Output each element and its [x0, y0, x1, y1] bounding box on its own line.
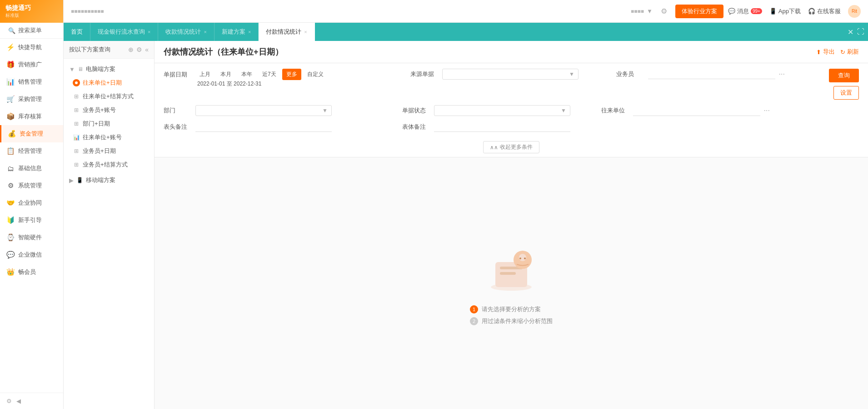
group-arrow-icon: ▼ — [69, 66, 75, 73]
date-opt-this-month[interactable]: 本月 — [216, 69, 235, 80]
sidebar-item-operations[interactable]: 📋 经营管理 — [0, 142, 63, 160]
home-label: 首页 — [71, 28, 83, 36]
scheme-panel: 按以下方案查询 ⊕ ⚙ « ▼ 🖥 电脑端方案 — [64, 41, 155, 409]
avatar[interactable]: Rit — [848, 5, 861, 18]
date-opt-custom[interactable]: 自定义 — [303, 69, 328, 80]
sidebar-item-inventory[interactable]: 📦 库存核算 — [0, 108, 63, 125]
scheme-item-employee-account[interactable]: ⊞ 业务员+账号 — [67, 103, 154, 117]
tab-new-scheme[interactable]: 新建方案 × — [215, 23, 259, 41]
sidebar-label-inventory: 库存核算 — [18, 112, 42, 121]
marketing-icon: 🎁 — [6, 61, 15, 69]
content-area: 按以下方案查询 ⊕ ⚙ « ▼ 🖥 电脑端方案 — [64, 41, 868, 409]
date-opt-last-month[interactable]: 上月 — [195, 69, 215, 80]
empty-tip-2: 2 用过滤条件来缩小分析范围 — [470, 317, 553, 325]
tab-close-bank-flow[interactable]: × — [148, 29, 150, 35]
partner-dots-icon[interactable]: ··· — [764, 106, 770, 115]
filter-dept-col: 部门 ▼ — [164, 105, 402, 116]
body-note-input[interactable] — [434, 121, 570, 132]
scheme-icon-chart: 📊 — [73, 134, 80, 141]
top-header: ■■■■■■■■■■ ■■■■ ▼ ⚙ 体验行业方案 💬 消息 99+ 📱 Ap… — [64, 0, 868, 23]
scheme-item-employee-date[interactable]: ⊞ 业务员+日期 — [67, 144, 154, 158]
tab-bank-flow[interactable]: 现金银行流水查询 × — [90, 23, 158, 41]
sidebar-item-purchase[interactable]: 🛒 采购管理 — [0, 91, 63, 108]
sidebar-item-quick-nav[interactable]: ⚡ 快捷导航 — [0, 39, 63, 56]
empty-area: 1 请先选择要分析的方案 2 用过滤条件来缩小分析范围 — [155, 157, 868, 409]
tab-home[interactable]: 首页 — [64, 23, 90, 41]
sidebar-item-system[interactable]: ⚙ 系统管理 — [0, 177, 63, 194]
sidebar-item-sales[interactable]: 📊 销售管理 — [0, 73, 63, 91]
date-opt-this-year[interactable]: 本年 — [237, 69, 256, 80]
date-opt-7days[interactable]: 近7天 — [258, 69, 280, 80]
sidebar-label-hardware: 智能硬件 — [18, 233, 42, 242]
empty-tip-1: 1 请先选择要分析的方案 — [470, 305, 553, 313]
refresh-button[interactable]: ↻ 刷新 — [840, 48, 859, 56]
search-menu[interactable]: 🔍 搜索菜单 — [0, 23, 63, 39]
filter-status-col: 单据状态 ▼ — [402, 105, 601, 116]
scheme-icon-grid5: ⊞ — [73, 161, 80, 168]
sidebar-item-capital[interactable]: 💰 资金管理 — [0, 125, 63, 142]
sidebar-item-hardware[interactable]: ⌚ 智能硬件 — [0, 229, 63, 246]
sidebar-item-basic-info[interactable]: 🗂 基础信息 — [0, 160, 63, 177]
sidebar-item-wechat[interactable]: 💬 企业微信 — [0, 246, 63, 263]
scheme-icon-grid4: ⊞ — [73, 147, 80, 155]
settings-gear-icon[interactable]: ⚙ — [661, 7, 667, 15]
empty-svg — [484, 242, 539, 296]
app-download-btn[interactable]: 📱 App下载 — [769, 7, 801, 15]
filter-row-3: 表头备注 表体备注 — [164, 121, 859, 132]
sidebar-item-vip[interactable]: 👑 畅会员 — [0, 263, 63, 281]
scheme-item-partner-payment[interactable]: ⊞ 往来单位+结算方式 — [67, 90, 154, 103]
tab-close-receipts[interactable]: × — [204, 29, 206, 35]
operations-icon: 📋 — [6, 147, 15, 155]
tab-payment-stats[interactable]: 付款情况统计 × — [259, 23, 314, 41]
mobile-group-header[interactable]: ▶ 📱 移动端方案 — [64, 173, 154, 187]
employee-dots-icon[interactable]: ··· — [779, 70, 785, 78]
tab-close-new-scheme[interactable]: × — [248, 29, 251, 35]
messages-badge: 99+ — [751, 8, 762, 14]
voucher-status-select[interactable]: ▼ — [434, 105, 570, 116]
scheme-item-partner-account[interactable]: 📊 往来单位+账号 — [67, 131, 154, 144]
collapse-label: 收起更多条件 — [500, 143, 533, 151]
source-select[interactable]: ▼ — [442, 69, 579, 80]
partner-label: 往来单位 — [601, 106, 633, 115]
date-opt-more[interactable]: 更多 — [282, 69, 301, 80]
logo-text: 畅捷通巧 — [5, 4, 31, 12]
trial-button[interactable]: 体验行业方案 — [675, 5, 723, 18]
partner-input[interactable] — [633, 106, 760, 116]
sidebar-item-marketing[interactable]: 🎁 营销推广 — [0, 56, 63, 73]
header-note-input[interactable] — [195, 121, 332, 132]
capital-icon: 💰 — [8, 130, 16, 138]
add-scheme-icon[interactable]: ⊕ — [128, 46, 134, 53]
export-button[interactable]: ⬆ 导出 — [816, 48, 835, 56]
scheme-item-dept-date[interactable]: ⊞ 部门+日期 — [67, 117, 154, 131]
query-button[interactable]: 查询 — [829, 69, 859, 82]
scheme-item-employee-payment[interactable]: ⊞ 业务员+结算方式 — [67, 158, 154, 172]
breadcrumb: ■■■■■■■■■■ — [71, 8, 626, 15]
export-icon: ⬆ — [816, 49, 821, 56]
company-selector[interactable]: ■■■■ ▼ — [631, 8, 653, 15]
messages-btn[interactable]: 💬 消息 99+ — [728, 7, 762, 15]
collapse-sidebar-icon[interactable]: ◀ — [16, 398, 21, 404]
close-all-tabs-icon[interactable]: ✕ — [848, 28, 853, 36]
desktop-scheme-group: ▼ 🖥 电脑端方案 往来单位+日期 ⊞ 往来单位+结算方式 — [64, 62, 154, 172]
employee-input[interactable] — [648, 69, 775, 79]
collapse-button[interactable]: ∧∧ 收起更多条件 — [483, 141, 539, 153]
desktop-group-header[interactable]: ▼ 🖥 电脑端方案 — [64, 62, 154, 76]
purchase-icon: 🛒 — [6, 95, 15, 103]
sidebar-item-enterprise[interactable]: 🤝 企业协同 — [0, 194, 63, 212]
filter-body-note-col: 表体备注 — [402, 121, 601, 132]
settings-icon[interactable]: ⚙ — [6, 398, 12, 404]
tab-receipts-stats[interactable]: 收款情况统计 × — [158, 23, 214, 41]
maximize-icon[interactable]: ⛶ — [857, 28, 864, 36]
online-service-btn[interactable]: 🎧 在线客服 — [808, 7, 841, 15]
filter-partner-col: 往来单位 ··· — [601, 106, 800, 116]
scheme-collapse-icon[interactable]: « — [145, 46, 149, 53]
sidebar-label-purchase: 采购管理 — [18, 95, 42, 103]
sidebar-item-guide[interactable]: 🔰 新手引导 — [0, 212, 63, 229]
department-select[interactable]: ▼ — [195, 105, 332, 116]
tab-close-payment-stats[interactable]: × — [304, 29, 307, 35]
source-dropdown-arrow: ▼ — [569, 71, 574, 77]
setting-button[interactable]: 设置 — [833, 86, 859, 100]
scheme-settings-icon[interactable]: ⚙ — [136, 46, 142, 53]
scheme-item-label-employee-date: 业务员+日期 — [83, 147, 116, 155]
scheme-item-partner-date[interactable]: 往来单位+日期 — [67, 76, 154, 90]
